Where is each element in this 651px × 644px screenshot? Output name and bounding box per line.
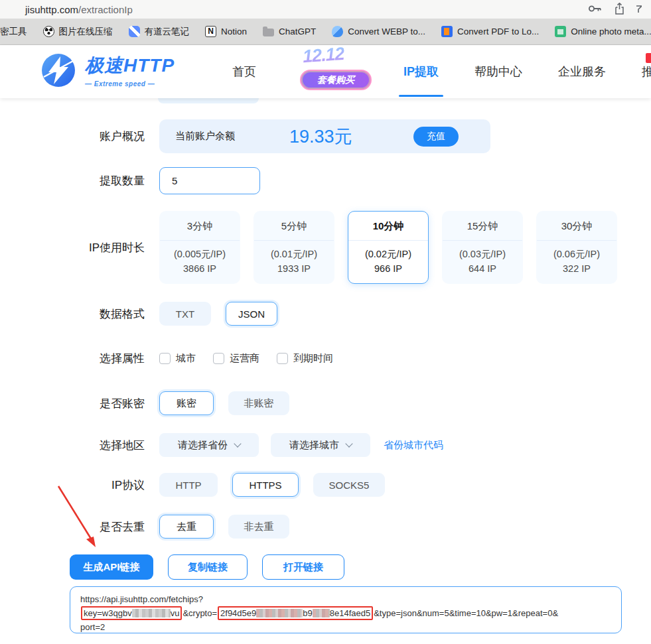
bookmark-item[interactable]: Online photo meta...	[555, 26, 651, 37]
promo-1212-badge[interactable]: 12.12 套餐购买	[300, 48, 374, 90]
photo-meta-icon	[555, 26, 566, 37]
quantity-input[interactable]	[159, 167, 260, 194]
format-option-json[interactable]: JSON	[226, 302, 277, 326]
duration-option-5min[interactable]: 5分钟 (0.01元/IP) 1933 IP	[253, 211, 334, 284]
actions-row: 生成API链接 复制链接 打开链接	[70, 554, 344, 580]
city-select[interactable]: 请选择城市	[271, 433, 370, 457]
province-select[interactable]: 请选择省份	[159, 433, 259, 457]
region-label: 选择地区	[0, 438, 145, 453]
share-icon[interactable]	[615, 3, 624, 15]
attributes-label: 选择属性	[0, 351, 145, 366]
nav-item-ip-extract[interactable]: IP提取	[403, 64, 439, 80]
bookmark-label: Online photo meta...	[571, 27, 651, 36]
auth-option-no-credentials[interactable]: 非账密	[228, 391, 289, 415]
region-row: 选择地区 请选择省份 请选择城市 省份城市代码	[0, 433, 443, 457]
bookmark-label: Notion	[221, 27, 247, 36]
url-crypto-suffix: 8e14faed5	[330, 608, 370, 618]
checkbox-label: 到期时间	[293, 352, 333, 365]
main-nav: 首页 12.12 套餐购买 IP提取 帮助中心 企业服务 推广返利	[232, 45, 651, 98]
bookmark-item[interactable]: Convert PDF to Lo...	[441, 26, 539, 37]
card-count: 644 IP	[443, 261, 522, 276]
protocol-label: IP协议	[0, 478, 145, 493]
url-text[interactable]: jisuhttp.com/extractionIp	[25, 4, 133, 15]
redacted-crypto-segment	[256, 609, 303, 617]
attributes-row: 选择属性 城市 运营商 到期时间	[0, 350, 350, 366]
password-key-icon[interactable]	[588, 4, 603, 13]
card-count: 966 IP	[348, 261, 428, 276]
api-url-box[interactable]: https://api.jisuhttp.com/fetchips? key=w…	[70, 586, 622, 633]
auth-option-credentials[interactable]: 账密	[159, 391, 214, 415]
api-url-line3: port=2	[80, 620, 611, 633]
bookmark-item[interactable]: 有道云笔记	[129, 26, 190, 38]
card-count: 322 IP	[537, 261, 616, 276]
checkbox-expiry[interactable]: 到期时间	[277, 352, 333, 365]
bookmarks-bar: 密工具 图片在线压缩 有道云笔记 Notion ChatGPT Convert …	[0, 19, 651, 45]
protocol-option-socks5[interactable]: SOCKS5	[313, 473, 385, 497]
browser-address-bar[interactable]: jisuhttp.com/extractionIp	[0, 0, 651, 19]
duration-label: IP使用时长	[0, 240, 145, 255]
webp-icon	[332, 26, 343, 37]
auth-label: 是否账密	[0, 396, 145, 411]
province-placeholder: 请选择省份	[178, 439, 228, 452]
site-logo[interactable]: 极速HTTP — Extreme speed —	[40, 52, 175, 89]
chevron-down-icon	[234, 440, 241, 447]
city-placeholder: 请选择城市	[289, 439, 339, 452]
checkbox-city[interactable]: 城市	[159, 352, 196, 365]
duration-option-30min[interactable]: 30分钟 (0.06元/IP) 322 IP	[536, 211, 617, 284]
format-row: 数据格式 TXT JSON	[0, 302, 292, 326]
card-price: (0.06元/IP)	[537, 247, 616, 261]
format-option-txt[interactable]: TXT	[159, 302, 211, 326]
cutoff-toolbar-icon[interactable]	[636, 3, 642, 14]
bookmark-label: ChatGPT	[279, 27, 316, 36]
url-key-prefix: key=w3qgbv	[84, 608, 132, 618]
bookmark-item[interactable]: 密工具	[0, 26, 27, 38]
protocol-option-http[interactable]: HTTP	[159, 473, 218, 497]
card-divider	[348, 240, 428, 241]
card-title: 10分钟	[348, 220, 428, 233]
protocol-row: IP协议 HTTP HTTPS SOCKS5	[0, 473, 399, 497]
card-divider	[254, 240, 334, 241]
checkbox-isp[interactable]: 运营商	[213, 352, 259, 365]
bookmark-item[interactable]: 图片在线压缩	[43, 26, 113, 38]
bookmark-item[interactable]: ChatGPT	[263, 27, 316, 36]
dedup-option-yes[interactable]: 去重	[159, 515, 214, 539]
api-url-line1: https://api.jisuhttp.com/fetchips?	[80, 592, 611, 606]
checkbox-icon	[159, 353, 171, 364]
duration-option-3min[interactable]: 3分钟 (0.005元/IP) 3866 IP	[159, 211, 240, 284]
extraction-form: 账户概况 当前账户余额 19.33元 充值 提取数量 IP使用时长 3分钟	[0, 98, 651, 644]
bookmark-label: 图片在线压缩	[59, 26, 113, 38]
protocol-option-https[interactable]: HTTPS	[232, 473, 299, 497]
card-title: 5分钟	[254, 220, 334, 233]
card-count: 3866 IP	[160, 261, 240, 276]
nav-item-referral[interactable]: 推广返利	[642, 64, 651, 80]
province-city-code-link[interactable]: 省份城市代码	[384, 439, 443, 452]
card-price: (0.02元/IP)	[348, 247, 428, 261]
account-label: 账户概况	[0, 129, 145, 144]
bookmark-item[interactable]: Convert WEBP to...	[332, 26, 425, 37]
bookmark-label: 有道云笔记	[145, 26, 190, 38]
card-price: (0.005元/IP)	[160, 247, 240, 261]
bookmark-label: Convert PDF to Lo...	[457, 27, 539, 36]
folder-icon	[263, 29, 274, 36]
open-link-button[interactable]: 打开链接	[262, 554, 344, 580]
url-crypto-prefix: 2f94d5e9	[220, 608, 256, 618]
copy-link-button[interactable]: 复制链接	[168, 554, 248, 580]
promo-package-text: 套餐购买	[300, 70, 372, 90]
nav-item-enterprise[interactable]: 企业服务	[558, 64, 606, 80]
recharge-button[interactable]: 充值	[413, 127, 459, 147]
bookmark-item[interactable]: Notion	[205, 26, 247, 37]
nav-item-home[interactable]: 首页	[232, 64, 256, 80]
checkbox-icon	[277, 353, 288, 364]
duration-option-15min[interactable]: 15分钟 (0.03元/IP) 644 IP	[442, 211, 523, 284]
api-url-line2: key=w3qgbvvu&crypto=2f94d5e9b98e14faed5&…	[80, 606, 611, 620]
card-divider	[537, 240, 616, 241]
url-host: jisuhttp.com	[25, 4, 78, 15]
dedup-option-no[interactable]: 非去重	[228, 515, 289, 539]
url-after-key: vu	[171, 608, 180, 618]
card-title: 15分钟	[443, 220, 522, 233]
nav-item-help-center[interactable]: 帮助中心	[474, 64, 522, 80]
duration-option-10min[interactable]: 10分钟 (0.02元/IP) 966 IP	[348, 211, 429, 284]
lightning-logo-icon	[40, 52, 77, 89]
crypto-redaction-annotation: 2f94d5e9b98e14faed5	[218, 606, 373, 620]
generate-api-link-button[interactable]: 生成API链接	[70, 554, 153, 580]
